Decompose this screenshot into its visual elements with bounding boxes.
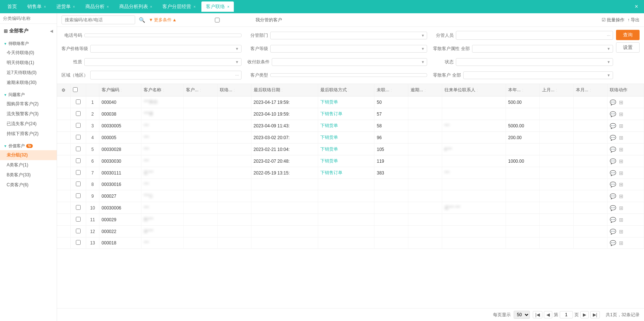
contact-method-link[interactable]: 下销货单 [320, 99, 338, 105]
row-last-contact-method[interactable]: 下销货单 [318, 155, 374, 167]
th-last-contact-method[interactable]: 最后联络方式 : [318, 84, 374, 96]
export-button[interactable]: ↑ 导出 [627, 17, 640, 23]
tab-customer-contact[interactable]: 客户联络 × [201, 1, 234, 12]
grid-action-icon[interactable]: ⊞ [619, 99, 623, 105]
row-last-contact-method[interactable]: 下销售订单 [318, 108, 374, 120]
customer-type-input[interactable] [270, 73, 427, 77]
th-contact[interactable]: 联络... : [217, 84, 251, 96]
th-overdue[interactable]: 逾期... : [408, 84, 442, 96]
row-last-contact-method[interactable]: 下销货单 [318, 96, 374, 108]
sidebar-item-overdue[interactable]: 逾期未联络(30) [0, 78, 57, 88]
contact-method-link[interactable]: 下销售订单 [320, 111, 342, 116]
grid-action-icon[interactable]: ⊞ [619, 123, 623, 129]
grid-action-icon[interactable]: ⊞ [619, 111, 623, 117]
tab-product-analysis-list[interactable]: 商品分析列表 × [115, 1, 157, 12]
row-last-contact-method[interactable] [318, 190, 374, 202]
tab-product-analysis-close[interactable]: × [107, 5, 109, 9]
grid-action-icon[interactable]: ⊞ [619, 135, 623, 141]
grid-action-icon[interactable]: ⊞ [619, 217, 623, 223]
settings-button[interactable]: 设置 [616, 42, 640, 53]
row-last-contact-method[interactable]: 下销货单 [318, 132, 374, 144]
system-close-button[interactable]: × [632, 3, 641, 10]
sidebar-all-customers-header[interactable]: ⊞ 全部客户 ◀ [0, 25, 57, 36]
customer-level-select[interactable]: ▼ [270, 45, 427, 53]
sidebar-item-today[interactable]: 今天待联络(0) [0, 48, 57, 58]
th-checkbox[interactable] [70, 84, 86, 96]
row-checkbox-cell[interactable] [70, 132, 86, 144]
message-action-icon[interactable]: 💬 [610, 123, 616, 129]
row-checkbox-cell[interactable] [70, 155, 86, 167]
tab-home[interactable]: 首页 [3, 1, 21, 12]
sidebar-item-tomorrow[interactable]: 明天待联络(1) [0, 58, 57, 68]
message-action-icon[interactable]: 💬 [610, 240, 616, 246]
contact-method-link[interactable]: 下销货单 [320, 135, 338, 140]
next-page-button[interactable]: ▶ [580, 311, 589, 318]
more-conditions-button[interactable]: ▼ 更多条件 ▲ [149, 17, 177, 23]
row-checkbox[interactable] [76, 240, 81, 245]
row-checkbox[interactable] [76, 229, 81, 233]
tab-product-analysis[interactable]: 商品分析 × [81, 1, 113, 12]
th-last-contact-date[interactable]: 最后联络日期 : [251, 84, 318, 96]
payment-select[interactable]: ▼ [272, 58, 427, 66]
sidebar-item-declining[interactable]: 持续下滑客户(2) [0, 129, 57, 139]
th-this-month[interactable]: 本月... : [573, 84, 607, 96]
row-checkbox[interactable] [76, 181, 81, 186]
grid-action-icon[interactable]: ⊞ [619, 147, 623, 152]
row-last-contact-method[interactable]: 下销售订单 [318, 167, 374, 179]
sidebar-problem-customers-group[interactable]: ▼ 问题客户 [0, 91, 57, 99]
message-action-icon[interactable]: 💬 [610, 181, 616, 187]
row-checkbox[interactable] [76, 205, 81, 210]
row-checkbox-cell[interactable] [70, 167, 86, 179]
row-last-contact-method[interactable] [318, 237, 374, 249]
manager-input[interactable]: ··· [456, 31, 613, 40]
row-checkbox[interactable] [76, 158, 81, 163]
contact-method-link[interactable]: 下销售订单 [320, 170, 342, 175]
per-page-select[interactable]: 50 [514, 311, 530, 319]
retail-customer-select[interactable]: ▼ [463, 71, 613, 79]
message-action-icon[interactable]: 💬 [610, 205, 616, 211]
grid-action-icon[interactable]: ⊞ [619, 170, 623, 176]
phone-input[interactable] [84, 33, 242, 37]
row-checkbox-cell[interactable] [70, 190, 86, 202]
sidebar-search-input[interactable] [3, 16, 57, 21]
grid-action-icon[interactable]: ⊞ [619, 240, 623, 246]
query-button[interactable]: 查询 [616, 30, 640, 40]
row-checkbox-cell[interactable] [70, 202, 86, 214]
message-action-icon[interactable]: 💬 [610, 170, 616, 176]
first-page-button[interactable]: |◀ [533, 311, 542, 318]
row-last-contact-method[interactable] [318, 214, 374, 226]
contact-method-link[interactable]: 下销货单 [320, 147, 338, 152]
row-checkbox-cell[interactable] [70, 179, 86, 190]
dept-select[interactable]: ▼ [270, 32, 427, 39]
row-checkbox-cell[interactable] [70, 226, 86, 237]
row-checkbox[interactable] [76, 170, 81, 175]
retail-attr-select[interactable]: ▼ [472, 45, 613, 53]
search-button[interactable]: 🔍 [139, 17, 145, 23]
tab-customer-contact-close[interactable]: × [227, 5, 229, 9]
page-input[interactable] [560, 311, 573, 318]
sidebar-item-ungrouped[interactable]: 未分组(32) [0, 150, 57, 160]
nature-select[interactable]: ▼ [84, 58, 242, 66]
row-last-contact-method[interactable] [318, 179, 374, 190]
contact-method-link[interactable]: 下销货单 [320, 158, 338, 163]
sidebar-item-b-class[interactable]: B类客户(33) [0, 170, 57, 180]
status-select[interactable]: ▼ [456, 58, 613, 66]
message-action-icon[interactable]: 💬 [610, 193, 616, 199]
row-last-contact-method[interactable] [318, 202, 374, 214]
row-checkbox-cell[interactable] [70, 237, 86, 249]
sidebar-item-c-class[interactable]: C类客户(6) [0, 180, 57, 190]
message-action-icon[interactable]: 💬 [610, 158, 616, 164]
message-action-icon[interactable]: 💬 [610, 111, 616, 117]
sidebar-item-a-class[interactable]: A类客户(1) [0, 160, 57, 170]
select-all-checkbox[interactable] [73, 87, 78, 92]
grid-action-icon[interactable]: ⊞ [619, 193, 623, 199]
th-not-contacted[interactable]: 未联... : [374, 84, 408, 96]
region-input[interactable]: ··· [90, 71, 242, 80]
search-input[interactable] [61, 15, 135, 24]
message-action-icon[interactable]: 💬 [610, 147, 616, 152]
row-checkbox-cell[interactable] [70, 108, 86, 120]
row-checkbox[interactable] [76, 193, 81, 198]
my-customers-filter[interactable]: 我分管的客户 [180, 17, 282, 23]
row-last-contact-method[interactable]: 下销货单 [318, 144, 374, 155]
row-checkbox-cell[interactable] [70, 144, 86, 155]
